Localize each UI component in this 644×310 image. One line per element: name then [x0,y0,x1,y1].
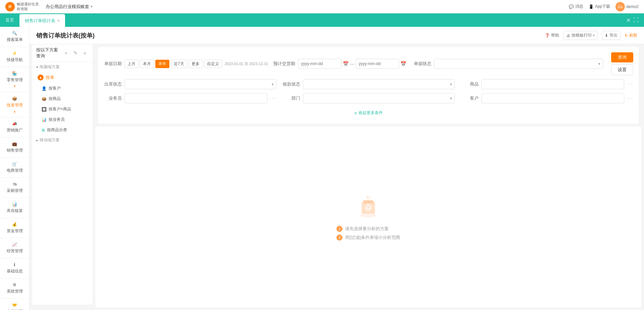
empty-hint-2: 2 用[过滤]条件来缩小分析范围 [336,235,400,241]
collapse-button[interactable]: ∧ 收起更多条件 [354,110,383,116]
pay-status-select[interactable] [303,79,455,89]
avatar: Ea [615,2,625,11]
customer-input[interactable] [481,93,624,103]
this-month-button[interactable]: 本月 [140,60,154,68]
date-filter-group: 单据日期 上月 本月 本年 近7天 更多 自定义 2023-01-01 [103,60,268,68]
sidebar-item-operations[interactable]: 📈 经营管理 [0,238,29,258]
tree-item-by-customer[interactable]: 👤 按客户 [32,83,93,94]
sidebar-item-system[interactable]: ⚙ 系统管理 [0,278,29,299]
sidebar-item-finance[interactable]: 💰 资金管理 [0,218,29,238]
expected-date-from-input[interactable] [298,59,341,69]
more-date-button[interactable]: 更多 [189,60,203,68]
product-label: 商品 [460,81,479,87]
tab-close-icon[interactable]: × [57,18,60,23]
query-button[interactable]: 查询 [611,52,633,62]
sidebar-item-basicinfo[interactable]: ℹ 基础信息 [0,258,29,278]
tree-item-by-customer-product[interactable]: 🔲 按客户+商品 [32,104,93,114]
filter-panel: 单据日期 上月 本月 本年 近7天 更多 自定义 2023-01-01 [98,47,639,124]
window-close-icon[interactable]: ✕ [626,17,631,23]
refresh-button[interactable]: ↻ 刷新 [625,33,637,38]
doc-status-select[interactable] [434,59,603,69]
calendar-to-icon[interactable]: 📅 [400,61,406,66]
svg-line-6 [369,196,370,199]
title-arrow-icon[interactable]: ▾ [91,4,93,9]
sidebar-item-sales[interactable]: 💼 销售管理 [0,138,29,158]
tree-item-by-product[interactable]: 📦 按商品 [32,94,93,104]
custom-date-button[interactable]: 自定义 [204,60,222,68]
sidebar-item-wholesale[interactable]: 📦 批发管理 ▴ [0,92,29,117]
retail-arrow-icon: ▾ [14,84,15,88]
ship-status-select[interactable] [124,79,276,89]
user-menu[interactable]: Ea demo2 [615,2,639,11]
window-maximize-icon[interactable]: ⛶ [633,17,639,23]
export-button[interactable]: ⬇ 导出 [602,31,621,40]
page-header: 销售订单统计表(按单) ❓ 帮助 🖨 按模板打印 ▾ ⬇ 导出 ↻ 刷新 [30,27,644,44]
add-plan-button[interactable]: + [62,49,70,57]
help-button[interactable]: ❓ 帮助 [545,33,559,38]
product-more-icon[interactable]: ··· [627,81,633,87]
message-icon: 💬 [569,4,574,9]
calendar-from-icon[interactable]: 📅 [343,61,348,66]
last7days-button[interactable]: 近7天 [171,60,187,68]
tree-section-mobile[interactable]: ▸ 移动端方案 [32,135,93,145]
customer-label: 客户 [460,95,479,101]
collapse-panel-button[interactable]: « [81,49,89,57]
expected-date-range: 📅 — 📅 [298,59,406,69]
tab-sales-report[interactable]: 销售订单统计表 × [19,14,65,28]
tree-item-by-category[interactable]: ⊞ 按商品分类 [32,125,93,135]
export-icon: ⬇ [605,33,608,38]
topbar: 好 畅捷通好生意 标准版 办公用品行业模拟账套 ▾ 💬 消息 📱 App下载 E… [0,0,644,13]
sidebar-item-retail[interactable]: 🏪 零售管理 ▾ [0,67,29,92]
download-icon: 📱 [589,4,594,9]
sidebar-item-search[interactable]: 🔍 搜索菜单 [0,27,29,47]
dept-select[interactable] [303,93,455,103]
tree-section-pc[interactable]: ▾ 电脑端方案 [32,62,93,72]
sidebar-item-quicknav[interactable]: ⚡ 快捷导航 [0,47,29,67]
customer-more-icon[interactable]: ··· [627,95,633,101]
dept-group: 部门 [282,93,455,103]
empty-hints: 1 请先选择要分析的方案 2 用[过滤]条件来缩小分析范围 [336,226,400,241]
sales-input[interactable] [124,93,267,103]
quicknav-icon: ⚡ [12,51,17,56]
search-icon: 🔍 [12,31,17,36]
wholesale-icon: 📦 [12,96,17,101]
refresh-icon: ↻ [625,33,628,38]
sidebar-item-ecommerce[interactable]: 🛒 电商管理 [0,158,29,178]
inventory-icon: 📊 [12,202,17,207]
tree-item-by-order[interactable]: ● 按单 [32,72,93,83]
message-button[interactable]: 💬 消息 [569,4,583,9]
product-group: 商品 ··· [460,79,633,89]
sidebar-item-purchase[interactable]: 🛍 采购管理 [0,178,29,198]
app-download-button[interactable]: 📱 App下载 [589,4,610,9]
filter-row-date: 单据日期 上月 本月 本年 近7天 更多 自定义 2023-01-01 [103,52,633,75]
edit-plan-button[interactable]: ✎ [72,49,79,57]
product-input[interactable] [481,79,624,89]
main-layout: 🔍 搜索菜单 ⚡ 快捷导航 🏪 零售管理 ▾ 📦 批发管理 ▴ 📣 营销推广 💼… [0,27,644,310]
help-icon: ❓ [545,33,550,38]
sidebar-item-cooperation[interactable]: 🤝 企业协同 [0,299,29,310]
sidebar: 🔍 搜索菜单 ⚡ 快捷导航 🏪 零售管理 ▾ 📦 批发管理 ▴ 📣 营销推广 💼… [0,27,30,310]
sidebar-item-inventory[interactable]: 📊 库存核算 [0,198,29,218]
basicinfo-icon: ℹ [14,262,15,267]
this-year-button[interactable]: 本年 [155,60,169,68]
tree-collapsed-icon: ▸ [36,138,38,143]
last-month-button[interactable]: 上月 [124,60,139,68]
panel-title: 按以下方案查询 [36,47,60,59]
box-icon: 📦 [42,97,47,101]
sales-label: 业务员 [103,95,122,101]
tab-home[interactable]: 首页 [0,13,19,27]
tree-item-by-salesperson[interactable]: 📊 按业务员 [32,114,93,125]
sales-more-icon[interactable]: ··· [270,95,276,101]
chart-bar-icon: 📊 [42,117,47,122]
page-actions: ❓ 帮助 🖨 按模板打印 ▾ ⬇ 导出 ↻ 刷新 [545,31,637,40]
svg-point-0 [360,213,377,217]
print-button[interactable]: 🖨 按模板打印 ▾ [563,31,598,40]
date-quick-filters: 上月 本月 本年 近7天 更多 自定义 [124,60,222,68]
topbar-right: 💬 消息 📱 App下载 Ea demo2 [569,2,639,11]
page-title: 销售订单统计表(按单) [36,32,95,40]
empty-state: ? 1 请先选择要分析的方案 2 用[过滤]条件来缩小分析范围 [95,126,641,307]
settings-button[interactable]: 设置 [611,64,633,75]
expected-date-to-input[interactable] [356,59,399,69]
system-icon: ⚙ [13,282,16,287]
sidebar-item-marketing[interactable]: 📣 营销推广 [0,117,29,138]
